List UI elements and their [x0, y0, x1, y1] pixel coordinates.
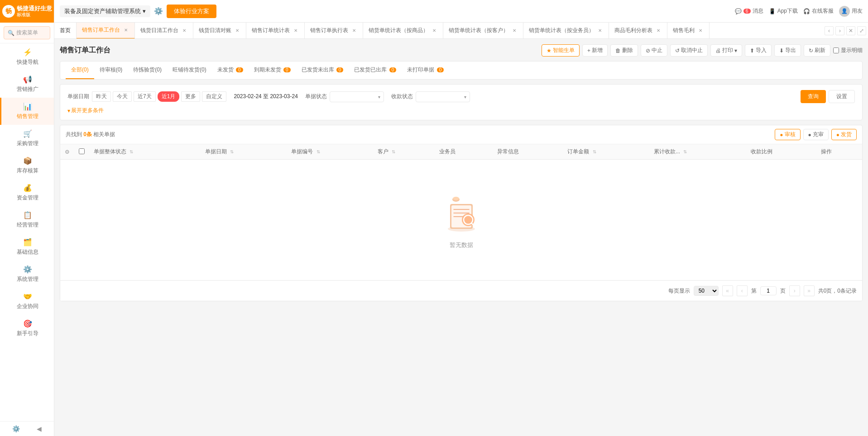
delete-btn[interactable]: 🗑 删除	[610, 44, 638, 57]
filter-tab-pending-check[interactable]: 待拣验货(0)	[128, 62, 167, 79]
tab-cash-daily[interactable]: 钱货日清工作台 ✕	[135, 23, 193, 39]
sidebar-collapse-btn[interactable]: ◀	[37, 425, 42, 432]
filter-tab-wangpu[interactable]: 旺铺待发货(0)	[167, 62, 212, 79]
prev-page-btn[interactable]: ‹	[737, 285, 748, 296]
date-yesterday-btn[interactable]: 昨天	[92, 91, 111, 102]
ship-label: 发货	[841, 131, 852, 138]
add-btn[interactable]: + 新增	[582, 44, 608, 57]
export-btn[interactable]: ⬇ 导出	[774, 44, 801, 57]
tab-close-icon[interactable]: ✕	[234, 28, 240, 34]
tab-sales-more[interactable]: 销售毛利 ✕	[667, 23, 710, 39]
tab-close-icon[interactable]: ✕	[181, 28, 187, 34]
sidebar-item-operations[interactable]: 📋 经营管理	[0, 206, 54, 233]
tab-close-icon[interactable]: ✕	[293, 28, 299, 34]
filter-payment-select[interactable]	[416, 91, 470, 102]
filter-tab-shipped-not-in[interactable]: 已发货未出库 0	[296, 62, 349, 79]
date-more-btn[interactable]: 更多	[181, 91, 200, 102]
tab-scroll-left-btn[interactable]: ‹	[825, 26, 834, 35]
print-btn[interactable]: 🖨 打印 ▾	[710, 44, 742, 57]
first-page-btn[interactable]: «	[722, 285, 733, 296]
tab-close-icon[interactable]: ✕	[123, 27, 129, 33]
last-page-btn[interactable]: »	[804, 285, 815, 296]
filter-tab-not-shipped[interactable]: 未发货 0	[212, 62, 249, 79]
date-1month-btn[interactable]: 近1月	[158, 91, 180, 102]
cancel-stop-btn[interactable]: ↺ 取消中止	[670, 44, 708, 57]
trial-btn[interactable]: 体验行业方案	[167, 5, 216, 18]
th-customer[interactable]: 客户 ⇅	[373, 144, 435, 160]
stop-btn[interactable]: ⊘ 中止	[641, 44, 667, 57]
select-all-checkbox[interactable]	[79, 148, 85, 154]
sidebar-item-guide[interactable]: 🎯 新手引导	[0, 315, 54, 342]
sidebar-item-sales[interactable]: 📊 销售管理	[0, 98, 54, 125]
sidebar-settings-btn[interactable]: ⚙️	[12, 425, 20, 432]
refresh-btn[interactable]: ↻ 刷新	[804, 44, 830, 57]
void-btn[interactable]: ● 充审	[803, 129, 829, 140]
online-service-btn[interactable]: 🎧 在线客服	[803, 7, 834, 15]
tab-close-icon[interactable]: ✕	[697, 28, 704, 34]
th-number[interactable]: 单据编号 ⇅	[287, 144, 373, 160]
th-amount[interactable]: 订单金额 ⇅	[563, 144, 649, 160]
import-btn[interactable]: ⬆ 导入	[745, 44, 772, 57]
sort-icon: ⇅	[392, 149, 395, 154]
tab-sales-exec[interactable]: 销售订单执行表 ✕	[305, 23, 363, 39]
sidebar-search-btn[interactable]: 🔍 搜索菜单	[4, 26, 50, 39]
tab-sales-stat-customer[interactable]: 销货单统计表（按客户） ✕	[443, 23, 523, 39]
tab-sales-stat-product[interactable]: 销货单统计表（按商品） ✕	[363, 23, 443, 39]
filter-tab-expired-not-shipped[interactable]: 到期未发货 0	[249, 62, 296, 79]
tab-sales-workbench[interactable]: 销售订单工作台 ✕	[77, 23, 135, 39]
date-today-btn[interactable]: 今天	[113, 91, 132, 102]
page-input[interactable]	[760, 286, 777, 295]
settings-col-icon[interactable]: ⚙	[65, 149, 70, 155]
app-download-btn[interactable]: 📱 App下载	[769, 7, 798, 15]
user-menu[interactable]: 👤 用友	[839, 6, 863, 17]
query-btn[interactable]: 查询	[801, 90, 826, 103]
sidebar-item-finance[interactable]: 💰 资金管理	[0, 179, 54, 206]
tab-gross-margin[interactable]: 商品毛利分析表 ✕	[609, 23, 667, 39]
filter-tab-pending-review[interactable]: 待审核(0)	[94, 62, 128, 79]
settings-icon[interactable]: ⚙️	[154, 7, 163, 15]
show-detail-checkbox[interactable]: 显示明细	[833, 47, 863, 54]
tab-close-icon[interactable]: ✕	[511, 28, 518, 34]
sidebar-item-basic-info[interactable]: 🗂️ 基础信息	[0, 233, 54, 261]
smart-create-btn[interactable]: ★ 智能生单	[542, 44, 580, 57]
tab-sales-stat1[interactable]: 销售订单统计表 ✕	[246, 23, 305, 39]
message-btn[interactable]: 💬 6 消息	[735, 7, 763, 15]
filter-panel: 单据日期 昨天 今天 近7天 近1月 更多 自定义 2023-02-24 至 2…	[60, 84, 863, 120]
ship-btn[interactable]: ● 发货	[831, 129, 857, 140]
sidebar-item-inventory[interactable]: 📦 库存核算	[0, 152, 54, 179]
expand-conditions-btn[interactable]: ▾ 展开更多条件	[67, 107, 104, 114]
tab-scroll-right-btn[interactable]: ›	[835, 26, 844, 35]
sidebar-item-system[interactable]: ⚙️ 系统管理	[0, 261, 54, 288]
th-staff[interactable]: 业务员	[435, 144, 493, 160]
tab-maximize-btn[interactable]: ⤢	[857, 26, 866, 35]
tab-close-icon[interactable]: ✕	[351, 28, 357, 34]
void-icon: ●	[808, 132, 811, 138]
th-date[interactable]: 单据日期 ⇅	[201, 144, 287, 160]
filter-status-select[interactable]	[330, 91, 384, 102]
system-dropdown[interactable]: 装备及固定资产辅助管理系统 ▾	[60, 5, 150, 17]
next-page-btn[interactable]: ›	[789, 285, 800, 296]
sidebar-item-marketing[interactable]: 📢 营销推广	[0, 71, 54, 98]
tab-close-all-btn[interactable]: ✕	[846, 26, 855, 35]
tab-close-icon[interactable]: ✕	[597, 28, 603, 34]
tab-sales-stat-staff[interactable]: 销货单统计表（按业务员） ✕	[523, 23, 609, 39]
import-icon: ⬆	[750, 47, 754, 54]
sidebar-item-quick-nav[interactable]: ⚡ 快捷导航	[0, 43, 54, 71]
filter-tab-shipped-in[interactable]: 已发货已出库 0	[349, 62, 402, 79]
sidebar-item-purchase[interactable]: 🛒 采购管理	[0, 125, 54, 152]
filter-tab-not-printed[interactable]: 未打印单据 0	[402, 62, 449, 79]
tab-cash-reconcile[interactable]: 钱货日清对账 ✕	[193, 23, 246, 39]
show-detail-input[interactable]	[833, 47, 839, 53]
set-btn[interactable]: 设置	[829, 90, 855, 103]
tab-close-icon[interactable]: ✕	[655, 28, 662, 34]
th-collected[interactable]: 累计收款... ⇅	[649, 144, 746, 160]
sidebar-item-cooperation[interactable]: 🤝 企业协同	[0, 288, 54, 315]
main-area: 装备及固定资产辅助管理系统 ▾ ⚙️ 体验行业方案 💬 6 消息 📱 App下载…	[54, 0, 868, 436]
review-btn[interactable]: ● 审核	[775, 129, 800, 140]
date-7days-btn[interactable]: 近7天	[134, 91, 156, 102]
tab-close-icon[interactable]: ✕	[431, 28, 437, 34]
page-size-select[interactable]: 50 100 200	[694, 286, 719, 296]
tab-home[interactable]: 首页	[54, 23, 77, 39]
filter-tab-all[interactable]: 全部(0)	[66, 62, 94, 79]
date-custom-btn[interactable]: 自定义	[202, 91, 226, 102]
